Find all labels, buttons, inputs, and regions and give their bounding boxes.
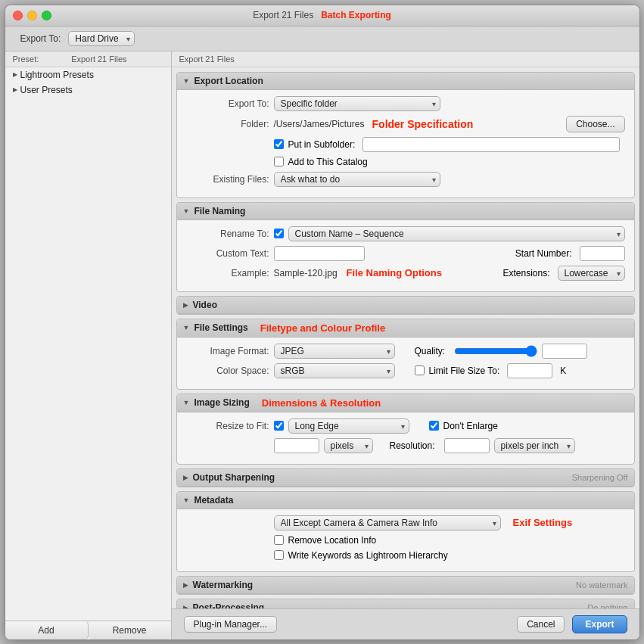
quality-slider[interactable] — [454, 345, 537, 357]
titlebar: Export 21 Files Batch Exporting — [5, 5, 639, 26]
file-settings-annotation: Filetype and Colour Profile — [260, 322, 385, 334]
watermarking-header[interactable]: ▶ Watermarking No watermark — [177, 577, 634, 594]
rename-select[interactable]: Custom Name – Sequence Filename Date — [288, 226, 625, 241]
image-sizing-annotation: Dimensions & Resolution — [262, 397, 381, 409]
metadata-title: Metadata — [194, 495, 233, 506]
remove-button[interactable]: Remove — [89, 621, 171, 639]
colorspace-select[interactable]: sRGB AdobeRGB ProPhoto RGB — [274, 363, 395, 378]
batch-exporting-label: Batch Exporting — [321, 10, 391, 20]
main-content: Preset: Export 21 Files ▶ Lightroom Pres… — [5, 51, 639, 639]
size-input[interactable]: 900 — [274, 438, 319, 453]
extensions-select[interactable]: Lowercase Uppercase — [558, 266, 625, 281]
location-checkbox[interactable] — [274, 535, 284, 545]
file-naming-title: File Naming — [194, 206, 245, 216]
traffic-lights — [13, 11, 51, 20]
quality-label: Quality: — [415, 346, 446, 356]
export-location-header[interactable]: ▼ Export Location — [177, 73, 634, 90]
image-sizing-title: Image Sizing — [194, 397, 249, 408]
file-naming-annotation: File Naming Options — [347, 267, 442, 278]
cancel-button[interactable]: Cancel — [517, 616, 565, 633]
post-processing-header[interactable]: ▶ Post-Processing Do nothing — [177, 599, 634, 608]
resize-checkbox[interactable] — [274, 421, 284, 431]
output-sharpening-title: Output Sharpening — [193, 472, 275, 483]
export-location-title: Export Location — [194, 76, 263, 86]
export-to-select[interactable]: Hard Drive Email CD/DVD — [68, 31, 135, 46]
sidebar-item-user-presets[interactable]: ▶ User Presets — [5, 82, 171, 98]
limit-filesize-checkbox[interactable] — [415, 366, 425, 375]
export-button[interactable]: Export — [572, 615, 627, 633]
resize-select[interactable]: Long Edge Short Edge Width Height Dimens… — [288, 418, 409, 434]
subfolder-row: Put in Subfolder: Example — [186, 137, 625, 152]
subfolder-input[interactable]: Example — [362, 137, 620, 152]
resolution-unit-select-wrapper[interactable]: pixels per inch pixels per cm — [494, 438, 575, 453]
example-value: Sample-120.jpg — [274, 268, 338, 278]
output-sharpening-collapse-icon: ▶ — [183, 474, 188, 481]
file-settings-body: Image Format: JPEG TIFF PSD DNG Original — [177, 338, 634, 389]
keywords-checkbox[interactable] — [274, 550, 284, 560]
metadata-body: All Except Camera & Camera Raw Info All … — [177, 509, 634, 571]
size-unit-select[interactable]: pixels inches cm — [324, 438, 373, 453]
colorspace-label: Color Space: — [186, 366, 269, 376]
existing-files-select[interactable]: Ask what to do Skip Overwrite Without Wa… — [274, 172, 440, 187]
extensions-select-wrapper[interactable]: Lowercase Uppercase — [558, 266, 625, 281]
rename-select-wrapper[interactable]: Custom Name – Sequence Filename Date — [288, 226, 625, 241]
specific-folder-select-wrapper[interactable]: Specific folder Choose folder later Same… — [274, 96, 440, 111]
resize-row: Resize to Fit: Long Edge Short Edge Widt… — [186, 418, 625, 434]
main-window: Export 21 Files Batch Exporting Export T… — [5, 5, 640, 640]
file-settings-title: File Settings — [194, 322, 247, 333]
video-title: Video — [193, 300, 217, 310]
maximize-button[interactable] — [42, 11, 51, 20]
resize-select-wrapper[interactable]: Long Edge Short Edge Width Height Dimens… — [288, 418, 409, 434]
close-button[interactable] — [13, 11, 23, 20]
meta-select-wrapper[interactable]: All Except Camera & Camera Raw Info All … — [274, 515, 501, 530]
rename-row: Rename To: Custom Name – Sequence Filena… — [186, 226, 625, 241]
export-to-select-wrapper[interactable]: Hard Drive Email CD/DVD — [68, 31, 135, 46]
file-naming-collapse-icon: ▼ — [183, 207, 190, 215]
section-file-settings: ▼ File Settings Filetype and Colour Prof… — [176, 319, 635, 390]
colorspace-select-wrapper[interactable]: sRGB AdobeRGB ProPhoto RGB — [274, 363, 395, 378]
output-sharpening-badge: Sharpening Off — [572, 473, 628, 482]
resolution-input[interactable]: 72 — [444, 438, 490, 453]
sidebar-item-lightroom-presets[interactable]: ▶ Lightroom Presets — [5, 67, 171, 82]
export-count-sidebar: Export 21 Files — [71, 54, 126, 64]
rename-checkbox[interactable] — [274, 229, 284, 238]
video-header[interactable]: ▶ Video — [177, 297, 634, 314]
catalog-checkbox[interactable] — [274, 157, 284, 166]
format-select[interactable]: JPEG TIFF PSD DNG Original — [274, 344, 395, 359]
metadata-collapse-icon: ▼ — [183, 496, 190, 504]
add-button[interactable]: Add — [5, 621, 89, 639]
export-count-label: Export 21 Files — [253, 10, 313, 20]
custom-text-input[interactable]: Sample — [274, 246, 365, 261]
existing-files-select-wrapper[interactable]: Ask what to do Skip Overwrite Without Wa… — [274, 172, 440, 187]
export-to-bar: Export To: Hard Drive Email CD/DVD — [5, 26, 639, 51]
output-sharpening-header[interactable]: ▶ Output Sharpening Sharpening Off — [177, 469, 634, 487]
size-unit-select-wrapper[interactable]: pixels inches cm — [324, 438, 373, 453]
start-number-input[interactable]: 120 — [580, 246, 625, 261]
metadata-header[interactable]: ▼ Metadata — [177, 492, 634, 509]
quality-value-input[interactable]: 100 — [542, 344, 587, 359]
format-select-wrapper[interactable]: JPEG TIFF PSD DNG Original — [274, 344, 395, 359]
section-image-sizing: ▼ Image Sizing Dimensions & Resolution R… — [176, 394, 635, 465]
image-sizing-collapse-icon: ▼ — [183, 399, 190, 406]
limit-filesize-input[interactable]: 100 — [507, 363, 552, 378]
image-sizing-body: Resize to Fit: Long Edge Short Edge Widt… — [177, 412, 634, 464]
export-to-field-label: Export To: — [186, 98, 269, 109]
choose-button[interactable]: Choose... — [566, 116, 624, 132]
existing-files-row: Existing Files: Ask what to do Skip Over… — [186, 172, 625, 187]
meta-select[interactable]: All Except Camera & Camera Raw Info All … — [274, 515, 501, 530]
file-settings-header[interactable]: ▼ File Settings Filetype and Colour Prof… — [177, 319, 634, 338]
resolution-unit-select[interactable]: pixels per inch pixels per cm — [494, 438, 575, 453]
dont-enlarge-label: Don't Enlarge — [443, 421, 498, 431]
plugin-manager-button[interactable]: Plug-in Manager... — [184, 616, 277, 633]
dont-enlarge-checkbox[interactable] — [429, 421, 439, 431]
folder-path: /Users/James/Pictures — [274, 119, 365, 129]
image-sizing-header[interactable]: ▼ Image Sizing Dimensions & Resolution — [177, 394, 634, 412]
subfolder-checkbox[interactable] — [274, 139, 284, 149]
right-panel: Export 21 Files ▼ Export Location Export… — [172, 51, 639, 639]
minimize-button[interactable] — [27, 11, 37, 20]
titlebar-title: Export 21 Files Batch Exporting — [253, 10, 391, 20]
file-naming-header[interactable]: ▼ File Naming — [177, 203, 634, 220]
export-location-collapse-icon: ▼ — [183, 77, 190, 85]
specific-folder-select[interactable]: Specific folder Choose folder later Same… — [274, 96, 440, 111]
location-row: Remove Location Info — [186, 535, 625, 546]
